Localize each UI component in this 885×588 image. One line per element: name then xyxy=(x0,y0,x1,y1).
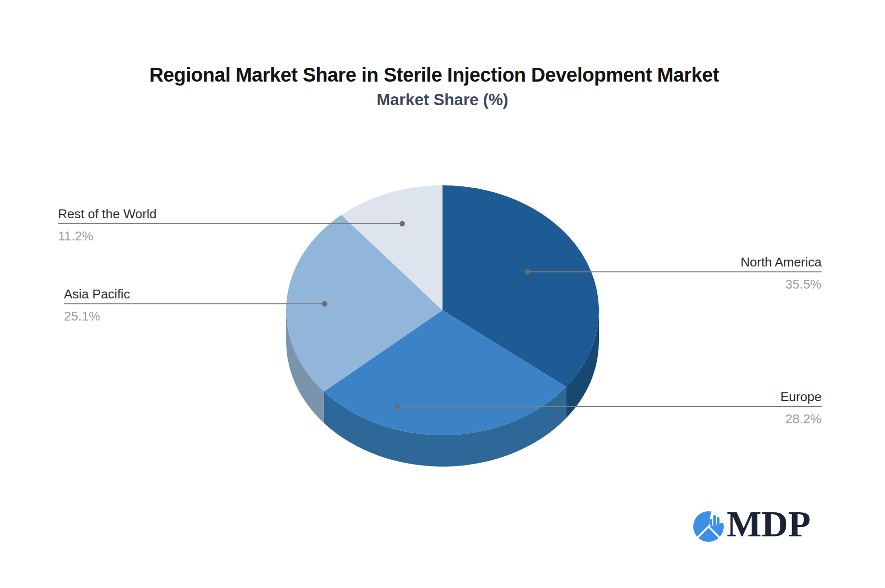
chart-canvas: Regional Market Share in Sterile Injecti… xyxy=(0,0,885,588)
mdp-logo: MDP xyxy=(693,505,850,550)
label-asia-pacific: Asia Pacific xyxy=(64,287,130,301)
leader-dot-rest-of-the-world xyxy=(400,221,405,227)
slice-percent: 11.2% xyxy=(58,229,93,243)
label-north-america: North America xyxy=(740,255,822,269)
leader-dot-europe xyxy=(395,404,400,410)
slice-percent: 25.1% xyxy=(64,309,100,323)
slice-percent: 28.2% xyxy=(785,412,822,426)
leader-dot-north-america xyxy=(525,269,531,275)
slice-percent: 35.5% xyxy=(785,277,822,292)
label-europe: Europe xyxy=(780,390,822,404)
slice-name: Europe xyxy=(780,390,822,404)
value-rest-of-the-world: 11.2% xyxy=(58,229,93,243)
pie-chart xyxy=(0,0,885,588)
pie-bar-logo-icon xyxy=(693,510,725,543)
value-asia-pacific: 25.1% xyxy=(64,309,100,323)
value-europe: 28.2% xyxy=(785,412,822,426)
slice-name: Asia Pacific xyxy=(64,287,130,301)
leader-dot-asia-pacific xyxy=(322,301,327,307)
value-north-america: 35.5% xyxy=(785,277,822,292)
slice-name: North America xyxy=(740,255,822,269)
pie-slices xyxy=(286,185,599,435)
logo-wordmark: MDP xyxy=(727,505,811,542)
label-rest-of-the-world: Rest of the World xyxy=(58,207,156,221)
slice-name: Rest of the World xyxy=(58,207,156,221)
